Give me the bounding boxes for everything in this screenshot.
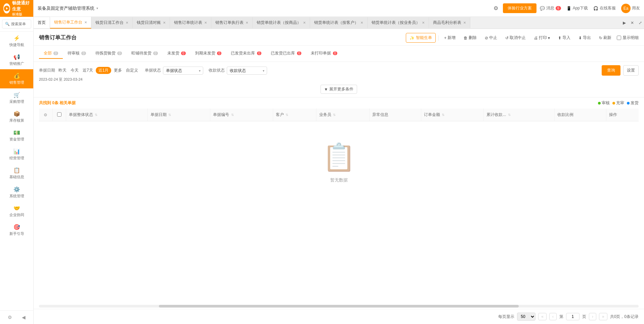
status-select-wrapper: 单据状态 [163, 67, 203, 75]
batch-review-button[interactable]: 审核 [598, 100, 610, 106]
user-profile-button[interactable]: Ea 用友 [621, 4, 640, 13]
tab-close-margin-analysis[interactable]: ✕ [463, 21, 466, 25]
th-settings[interactable]: ⚙ [39, 109, 52, 121]
sidebar-item-purchase[interactable]: 🛒 采购管理 [0, 88, 33, 107]
sidebar-item-enterprise[interactable]: 🤝 企业协同 [0, 202, 33, 220]
tab-close-sales-stat[interactable]: ✕ [204, 21, 207, 25]
online-service-button[interactable]: 🎧 在线客服 [593, 5, 616, 11]
message-button[interactable]: 💬 消息 6 [540, 5, 561, 11]
tab-close-sales-workbench[interactable]: ✕ [84, 21, 87, 24]
tab-close-all-button[interactable]: ✕ [629, 18, 636, 28]
sidebar-item-sales[interactable]: 💰 销售管理 [0, 69, 33, 88]
tab-close-goods-stat-customer[interactable]: ✕ [360, 21, 363, 25]
tab-goods-stat-staff[interactable]: 销货单统计表（按业务员） ✕ [368, 17, 429, 28]
sidebar-item-marketing[interactable]: 📢 营销推广 [0, 50, 33, 69]
sort-received-icon[interactable]: ⇅ [508, 113, 511, 117]
show-detail-checkbox[interactable] [617, 36, 621, 40]
header-settings-button[interactable]: ⚙ [492, 4, 500, 13]
sort-customer-icon[interactable]: ⇅ [286, 113, 288, 117]
sidebar-settings-button[interactable]: ⚙ [6, 313, 13, 321]
date-btn-more[interactable]: 更多 [113, 67, 123, 74]
last-page-button[interactable]: » [599, 313, 607, 320]
filter-tab-pending-review[interactable]: 待审核 0 [63, 48, 91, 59]
export-button[interactable]: ⬇ 导出 [576, 33, 594, 42]
search-button[interactable]: 查询 [602, 65, 620, 76]
cancel-stop-button[interactable]: ↺ 取消中止 [503, 33, 528, 42]
date-btn-custom[interactable]: 自定义 [125, 67, 139, 74]
payment-select[interactable]: 收款状态 [227, 67, 267, 75]
date-btn-yesterday[interactable]: 昨天 [57, 67, 68, 74]
select-all-checkbox[interactable] [57, 112, 61, 117]
date-btn-today[interactable]: 今天 [69, 67, 80, 74]
sidebar-item-basic-info[interactable]: 📋 基础信息 [0, 164, 33, 183]
scrollbar-thumb[interactable] [159, 305, 519, 308]
horizontal-scrollbar[interactable] [39, 305, 639, 308]
sort-staff-icon[interactable]: ⇅ [333, 113, 336, 117]
tab-margin-analysis[interactable]: 商品毛利分析表 ✕ [429, 17, 470, 28]
sidebar-item-quick-nav[interactable]: ⚡ 快捷导航 [0, 32, 33, 50]
tab-cash-daily[interactable]: 钱货日清工作台 ✕ [91, 17, 133, 28]
filter-tab-wangpu-pending[interactable]: 旺铺待发货 0 [127, 48, 163, 59]
trial-button[interactable]: 体验行业方案 [503, 3, 536, 13]
per-page-label: 每页显示 [498, 314, 514, 320]
search-menu-button[interactable]: 🔍 搜索菜单 [2, 19, 31, 29]
tab-scroll-right-button[interactable]: ▶ [621, 18, 628, 28]
sort-date-icon[interactable]: ⇅ [168, 113, 171, 117]
app-download-button[interactable]: 📱 App下载 [566, 5, 588, 11]
batch-cancel-review-button[interactable]: 充审 [612, 100, 624, 106]
tab-home[interactable]: 首页 [34, 17, 50, 28]
filter-settings-button[interactable]: 设置 [623, 65, 639, 76]
filter-tab-overdue-not-shipped[interactable]: 到期未发货 0 [190, 48, 226, 59]
sidebar-search-area: 🔍 搜索菜单 [0, 17, 33, 32]
tab-goods-stat-product[interactable]: 销货单统计表（按商品） ✕ [253, 17, 310, 28]
tab-close-goods-stat-staff[interactable]: ✕ [422, 21, 425, 25]
smart-create-button[interactable]: ✨ 智能生单 [406, 33, 436, 43]
tab-fullscreen-button[interactable]: ⤢ [637, 18, 644, 28]
filter-action-area: 查询 设置 [602, 65, 639, 76]
tab-sales-workbench[interactable]: 销售订单工作台 ✕ [50, 17, 91, 29]
show-detail-checkbox-label[interactable]: 显示明细 [617, 35, 639, 41]
per-page-select[interactable]: 50 20 100 [517, 313, 535, 321]
date-btn-7days[interactable]: 近7天 [81, 67, 94, 74]
filter-tab-shipped-not-out[interactable]: 已发货未出库 0 [226, 48, 266, 59]
next-page-button[interactable]: › [589, 313, 596, 320]
tab-cash-reconcile[interactable]: 钱货日清对账 ✕ [133, 17, 170, 28]
sidebar-item-newbie[interactable]: 🎯 新手引导 [0, 220, 33, 239]
tab-sales-exec[interactable]: 销售订单执行表 ✕ [211, 17, 253, 28]
filter-tab-not-printed[interactable]: 未打印单据 0 [306, 48, 342, 59]
tab-close-cash-reconcile[interactable]: ✕ [163, 21, 166, 25]
sort-status-icon[interactable]: ⇅ [95, 113, 97, 117]
delete-button[interactable]: 🗑 删除 [461, 33, 479, 42]
sort-number-icon[interactable]: ⇅ [231, 113, 234, 117]
sidebar-item-operations[interactable]: 📊 经营管理 [0, 145, 33, 164]
filter-tab-shipped-out-badge: 0 [297, 51, 302, 55]
first-page-button[interactable]: « [538, 313, 547, 320]
sidebar-item-inventory[interactable]: 📦 库存核算 [0, 107, 33, 126]
filter-tab-shipped-out[interactable]: 已发货已出库 0 [266, 48, 306, 59]
filter-tab-pending-inspect[interactable]: 待拣货验货 0 [91, 48, 127, 59]
tab-goods-stat-customer[interactable]: 销货单统计表（按客户） ✕ [310, 17, 368, 28]
tab-close-cash-daily[interactable]: ✕ [126, 21, 128, 25]
page-input[interactable] [566, 313, 579, 320]
sort-amount-icon[interactable]: ⇅ [442, 113, 444, 117]
status-select[interactable]: 单据状态 [163, 67, 203, 75]
filter-tab-all[interactable]: 全部 0 [39, 48, 63, 59]
add-button[interactable]: + 新增 [441, 33, 458, 42]
tab-close-sales-exec[interactable]: ✕ [246, 21, 248, 25]
expand-filter-button[interactable]: ▼ 展开更多条件 [320, 85, 357, 94]
sidebar-collapse-button[interactable]: ◀ [20, 313, 27, 321]
th-exception: 异常信息 [369, 109, 421, 121]
sidebar-item-finance[interactable]: 💵 资金管理 [0, 126, 33, 145]
tab-sales-stat[interactable]: 销售订单统计表 ✕ [170, 17, 211, 28]
prev-page-button[interactable]: ‹ [549, 313, 557, 320]
sidebar-item-system[interactable]: ⚙️ 系统管理 [0, 183, 33, 202]
print-button[interactable]: 🖨 打印 ▾ [531, 33, 553, 42]
date-btn-1month[interactable]: 近1月 [96, 67, 112, 74]
tab-close-goods-stat-product[interactable]: ✕ [303, 21, 306, 25]
refresh-button[interactable]: ↻ 刷新 [596, 33, 614, 42]
import-button[interactable]: ⬆ 导入 [555, 33, 573, 42]
stats-bar: 共找到 0条 相关单据 审核 充审 发货 [34, 97, 644, 109]
filter-tab-not-shipped[interactable]: 未发货 0 [163, 48, 190, 59]
stop-button[interactable]: ⊘ 中止 [482, 33, 500, 42]
batch-ship-button[interactable]: 发货 [627, 100, 639, 106]
